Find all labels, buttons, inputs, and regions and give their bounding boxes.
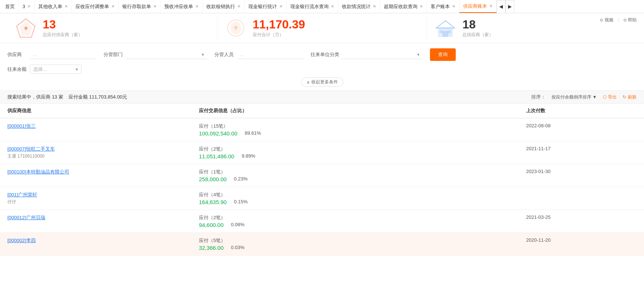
nav-label-cash-stat: 现金银行统计 bbox=[248, 3, 277, 10]
supplier-link-2[interactable]: [000007]恒旺二手叉车 bbox=[7, 146, 199, 152]
supplier-link-1[interactable]: [000001]张三 bbox=[7, 123, 199, 130]
close-icon[interactable]: ✕ bbox=[331, 4, 334, 9]
nav-label-other-income: 其他收入单 bbox=[38, 3, 62, 10]
trans-amount-2: 11,051,486.00 bbox=[199, 153, 234, 159]
trans-percent-5: 0.08% bbox=[231, 222, 245, 227]
nav-bar: 首页 3 ✕ 其他收入单 ✕ 应收应付调整单 ✕ 银行存取款单 ✕ 预收冲应收单… bbox=[0, 0, 644, 13]
nav-item-supplier-account[interactable]: 供应商账本 ✕ bbox=[459, 0, 497, 13]
close-icon[interactable]: ✕ bbox=[279, 4, 283, 9]
sort-arrow-icon: ▼ bbox=[592, 94, 597, 100]
last-pay-3: 2023-01-30 bbox=[526, 169, 637, 174]
nav-item-adjustment[interactable]: 应收应付调整单 ✕ bbox=[72, 0, 119, 13]
category-filter-label: 往来单位分类 bbox=[311, 51, 339, 58]
nav-label-prepayment: 预收冲应收单 bbox=[164, 3, 193, 10]
close-icon[interactable]: ✕ bbox=[27, 4, 31, 9]
balance-select-wrapper[interactable]: 选择... ▼ bbox=[30, 65, 81, 74]
nav-label-customer-account: 客户账本 bbox=[431, 3, 450, 10]
supplier-link-5[interactable]: [000012]广州贝瑞 bbox=[7, 214, 199, 221]
table-row: [000001]张三 应付（15笔） 100,092,540.00 89.61%… bbox=[0, 118, 644, 141]
dept-filter-label: 分管部门 bbox=[104, 51, 124, 58]
export-icon: ⬡ bbox=[603, 94, 606, 100]
nav-item-cash-stat[interactable]: 现金银行统计 ✕ bbox=[245, 0, 287, 13]
close-icon[interactable]: ✕ bbox=[153, 4, 157, 9]
trans-amount-3: 258,000.00 bbox=[199, 176, 227, 182]
supplier-link-6[interactable]: [000002]李四 bbox=[7, 237, 199, 244]
nav-next-arrow[interactable]: ▶ bbox=[505, 0, 514, 13]
help-link[interactable]: ⊙ 帮助 bbox=[623, 17, 637, 23]
supplier-input[interactable] bbox=[30, 50, 96, 59]
sort-select[interactable]: 按应付余额倒序排序 ▼ bbox=[552, 94, 597, 100]
diamond-icon: ◆ bbox=[15, 17, 37, 39]
trans-percent-1: 89.61% bbox=[245, 130, 261, 136]
close-icon[interactable]: ✕ bbox=[452, 4, 455, 9]
filter-row-1: 供应商 分管部门 ▼ 分管人员 往来单位分类 ▼ 查询 bbox=[7, 48, 637, 61]
table-row: [000007]恒旺二手叉车 王通 17106110000 应付（2笔） 11,… bbox=[0, 141, 644, 164]
nav-item-cash-flow[interactable]: 现金银行流水查询 ✕ bbox=[287, 0, 338, 13]
supplier-info-4: [001]广州荣轩 仔仔 bbox=[7, 192, 199, 205]
dept-input[interactable] bbox=[126, 50, 207, 59]
close-icon[interactable]: ✕ bbox=[237, 4, 241, 9]
nav-item-other-income[interactable]: 其他收入单 ✕ bbox=[35, 0, 72, 13]
svg-text:⚜: ⚜ bbox=[233, 24, 239, 32]
close-icon[interactable]: ✕ bbox=[489, 4, 493, 8]
close-icon[interactable]: ✕ bbox=[420, 4, 423, 9]
store-icon bbox=[434, 17, 456, 39]
trans-amount-6: 32,366.00 bbox=[199, 245, 224, 251]
close-icon[interactable]: ✕ bbox=[64, 4, 68, 9]
stat-number-payable-suppliers: 13 bbox=[43, 18, 83, 30]
trans-amount-4: 164,635.90 bbox=[199, 199, 227, 205]
supplier-sub-2: 王通 17106110000 bbox=[7, 153, 199, 159]
filter-dept: 分管部门 ▼ bbox=[104, 50, 207, 59]
nav-label-supplier-account: 供应商账本 bbox=[463, 3, 487, 10]
category-input[interactable] bbox=[342, 50, 423, 59]
filter-area: 供应商 分管部门 ▼ 分管人员 往来单位分类 ▼ 查询 bbox=[0, 43, 644, 91]
nav-prev-arrow[interactable]: ◀ bbox=[497, 0, 505, 13]
trans-percent-3: 0.23% bbox=[234, 176, 248, 182]
svg-rect-9 bbox=[440, 30, 443, 33]
dept-select-wrapper[interactable]: ▼ bbox=[126, 50, 207, 59]
nav-item-bank[interactable]: 银行存取款单 ✕ bbox=[119, 0, 161, 13]
filter-supplier: 供应商 bbox=[7, 50, 96, 59]
query-button[interactable]: 查询 bbox=[430, 48, 456, 61]
close-icon[interactable]: ✕ bbox=[373, 4, 376, 9]
result-info: 搜索结果中，供应商 13 家 应付金额 111,703,854.00元 bbox=[7, 94, 127, 100]
svg-rect-10 bbox=[448, 30, 451, 33]
supplier-link-3[interactable]: [000100]本特勤油品有限公司 bbox=[7, 169, 199, 175]
nav-item-home[interactable]: 首页 bbox=[1, 0, 19, 13]
table-row: [000012]广州贝瑞 应付（2笔） 94,600.00 0.08% 2021… bbox=[0, 210, 644, 233]
stat-number-total-suppliers: 18 bbox=[462, 18, 493, 30]
last-pay-5: 2021-03-25 bbox=[526, 214, 637, 220]
nav-label-home: 首页 bbox=[5, 3, 15, 10]
trans-percent-2: 9.89% bbox=[242, 153, 255, 159]
balance-select[interactable]: 选择... bbox=[30, 65, 81, 73]
person-input[interactable] bbox=[237, 50, 303, 59]
export-button[interactable]: ⬡ 导出 bbox=[603, 94, 617, 100]
supplier-link-4[interactable]: [001]广州荣轩 bbox=[7, 192, 199, 198]
nav-item-3[interactable]: 3 ✕ bbox=[19, 0, 35, 13]
filter-row-2: 往来余额 选择... ▼ bbox=[7, 65, 637, 74]
category-select-wrapper[interactable]: ▼ bbox=[342, 50, 423, 59]
nav-item-customer-account[interactable]: 客户账本 ✕ bbox=[427, 0, 459, 13]
close-icon[interactable]: ✕ bbox=[195, 4, 199, 9]
supplier-info-1: [000001]张三 bbox=[7, 123, 199, 130]
col-header-lastpay: 上次付数 bbox=[526, 107, 637, 114]
nav-item-collection[interactable]: 收款核销执行 ✕ bbox=[203, 0, 245, 13]
nav-label-3: 3 bbox=[22, 4, 25, 9]
svg-text:◆: ◆ bbox=[24, 25, 28, 31]
nav-item-overdue[interactable]: 超期应收款查询 ✕ bbox=[380, 0, 427, 13]
supplier-filter-label: 供应商 bbox=[7, 51, 28, 58]
nav-item-collection-stat[interactable]: 收款情况统计 ✕ bbox=[338, 0, 380, 13]
table-row: [001]广州荣轩 仔仔 应付（4笔） 164,635.90 0.15% bbox=[0, 187, 644, 210]
trans-info-5: 应付（2笔） 94,600.00 0.08% bbox=[199, 214, 526, 228]
trans-info-4: 应付（4笔） 164,635.90 0.15% bbox=[199, 192, 526, 205]
collapse-button[interactable]: ∧ 收起更多条件 bbox=[301, 77, 343, 87]
trans-info-2: 应付（2笔） 11,051,486.00 9.89% bbox=[199, 146, 526, 159]
nav-label-adjustment: 应收应付调整单 bbox=[76, 3, 109, 10]
nav-item-prepayment[interactable]: 预收冲应收单 ✕ bbox=[161, 0, 203, 13]
video-link[interactable]: ⊙ 视频 bbox=[600, 17, 613, 23]
close-icon[interactable]: ✕ bbox=[111, 4, 115, 9]
result-bar: 搜索结果中，供应商 13 家 应付金额 111,703,854.00元 排序： … bbox=[0, 91, 644, 104]
supplier-sub-4: 仔仔 bbox=[7, 199, 199, 205]
trans-amount-1: 100,092,540.00 bbox=[199, 130, 237, 137]
refresh-button[interactable]: ↻ 刷新 bbox=[623, 94, 637, 100]
